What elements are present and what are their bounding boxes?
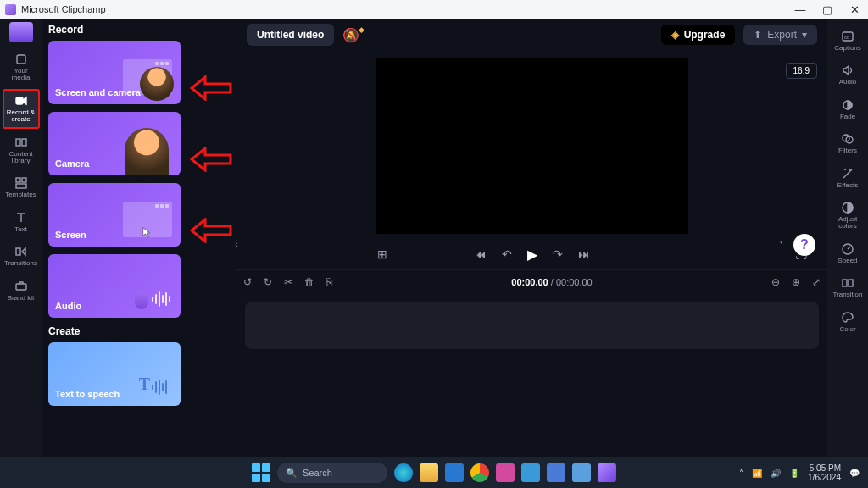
help-button[interactable]: ? xyxy=(793,234,815,256)
waveform-icon xyxy=(152,291,175,308)
top-toolbar: Untitled video 🔕◆ ◈Upgrade ⬆Export▾ xyxy=(236,19,827,51)
text-glyph-icon: T xyxy=(139,374,150,394)
battery-icon[interactable]: 🔋 xyxy=(789,469,799,478)
templates-icon xyxy=(14,176,28,190)
taskbar-clipchamp-icon[interactable] xyxy=(598,463,616,482)
taskbar-app-icon[interactable] xyxy=(496,463,515,482)
right-adjust-colors[interactable]: Adjust colors xyxy=(829,197,866,235)
search-icon: 🔍 xyxy=(286,468,298,479)
card-audio[interactable]: Audio xyxy=(48,254,181,318)
notifications-muted-icon[interactable]: 🔕◆ xyxy=(342,27,359,43)
face-avatar-icon xyxy=(125,128,169,175)
right-filters[interactable]: Filters xyxy=(829,128,866,158)
volume-icon[interactable]: 🔊 xyxy=(771,469,781,478)
taskbar-search[interactable]: 🔍Search xyxy=(277,463,387,483)
right-fade[interactable]: Fade xyxy=(829,94,866,125)
sidebar-brand-kit[interactable]: Brand kit xyxy=(3,274,40,307)
taskbar-chrome-icon[interactable] xyxy=(470,463,489,482)
skip-forward-button[interactable]: ⏭ xyxy=(578,247,590,261)
right-audio[interactable]: Audio xyxy=(829,59,866,90)
sidebar-templates-label: Templates xyxy=(5,191,36,198)
media-icon xyxy=(14,53,28,66)
sidebar-your-media[interactable]: Your media xyxy=(3,47,40,87)
play-button[interactable]: ▶ xyxy=(527,247,537,263)
chevron-down-icon: ▾ xyxy=(802,29,807,41)
start-button[interactable] xyxy=(252,463,270,482)
grid-toggle-icon[interactable]: ⊞ xyxy=(377,247,387,261)
taskbar-store-icon[interactable] xyxy=(445,463,464,482)
svg-rect-1 xyxy=(16,97,23,104)
right-color-label: Color xyxy=(839,326,855,333)
fade-icon xyxy=(841,98,854,112)
annotation-arrow-icon xyxy=(190,218,232,243)
window-title-bar: Microsoft Clipchamp — ▢ ✕ xyxy=(0,0,868,19)
collapse-panel-chevron[interactable]: ‹ xyxy=(230,237,243,251)
card-screen-and-camera[interactable]: Screen and camera xyxy=(48,41,181,104)
cut-button[interactable]: ✂ xyxy=(284,276,292,288)
card-camera[interactable]: Camera xyxy=(48,112,181,175)
annotation-arrow-icon xyxy=(190,147,232,172)
brand-kit-icon xyxy=(14,280,28,293)
cursor-icon xyxy=(142,226,153,238)
microphone-icon xyxy=(135,291,148,309)
step-forward-button[interactable]: ↷ xyxy=(553,247,563,261)
right-effects-label: Effects xyxy=(837,182,858,189)
delete-button[interactable]: 🗑 xyxy=(304,276,314,288)
sidebar-transitions[interactable]: Transitions xyxy=(3,240,40,272)
export-button[interactable]: ⬆Export▾ xyxy=(743,25,817,45)
expand-right-chevron[interactable]: ‹ xyxy=(780,237,788,247)
sidebar-record-create[interactable]: Record & create xyxy=(3,89,40,129)
upgrade-label: Upgrade xyxy=(684,29,726,41)
tray-chevron-icon[interactable]: ˄ xyxy=(739,469,743,478)
taskbar-app-icon[interactable] xyxy=(572,463,591,482)
card-text-to-speech[interactable]: T Text to speech xyxy=(48,342,181,406)
clock-time: 5:05 PM xyxy=(808,463,841,473)
sidebar-text[interactable]: Text xyxy=(3,206,40,238)
right-speed-label: Speed xyxy=(837,258,857,264)
sidebar-text-label: Text xyxy=(14,226,27,233)
adjust-icon xyxy=(841,201,854,214)
windows-taskbar: 🔍Search ˄ 📶 🔊 🔋 5:05 PM 1/6/2024 💬 xyxy=(0,458,868,488)
taskbar-edge-icon[interactable] xyxy=(394,463,413,482)
upgrade-button[interactable]: ◈Upgrade xyxy=(661,25,736,45)
step-back-button[interactable]: ↶ xyxy=(502,247,512,261)
sidebar-templates[interactable]: Templates xyxy=(3,171,40,203)
clock-date: 1/6/2024 xyxy=(808,473,841,482)
skip-back-button[interactable]: ⏮ xyxy=(475,247,487,261)
taskbar-app-icon[interactable] xyxy=(547,463,565,482)
card-screen-label: Screen xyxy=(55,230,86,240)
split-button[interactable]: ⎘ xyxy=(326,276,332,288)
taskbar-explorer-icon[interactable] xyxy=(420,463,438,482)
card-screen[interactable]: Screen xyxy=(48,183,181,247)
fit-zoom-button[interactable]: ⤢ xyxy=(812,276,821,288)
taskbar-app-icon[interactable] xyxy=(521,463,540,482)
timeline-track[interactable] xyxy=(245,302,819,349)
right-effects[interactable]: Effects xyxy=(829,163,866,193)
right-color[interactable]: Color xyxy=(829,307,866,337)
sidebar-content-library[interactable]: Content library xyxy=(3,130,40,170)
video-title-input[interactable]: Untitled video xyxy=(247,24,334,46)
minimize-button[interactable]: — xyxy=(787,3,814,16)
left-sidebar: Your media Record & create Content libra… xyxy=(0,19,42,458)
card-audio-label: Audio xyxy=(55,301,81,311)
right-captions[interactable]: ccCaptions xyxy=(829,25,866,56)
right-transition[interactable]: Transition xyxy=(829,272,866,302)
taskbar-center: 🔍Search xyxy=(252,463,616,483)
aspect-ratio-button[interactable]: 16:9 xyxy=(786,63,817,79)
zoom-out-button[interactable]: ⊖ xyxy=(771,276,780,288)
notifications-icon[interactable]: 💬 xyxy=(849,469,860,478)
brand-icon xyxy=(9,22,33,42)
right-speed[interactable]: Speed xyxy=(829,238,866,269)
undo-button[interactable]: ↺ xyxy=(243,276,252,288)
timecode: 00:00.00 / 00:00.00 xyxy=(344,277,760,287)
clock[interactable]: 5:05 PM 1/6/2024 xyxy=(808,463,841,482)
window-controls: — ▢ ✕ xyxy=(787,0,868,19)
svg-rect-0 xyxy=(17,55,25,64)
wifi-icon[interactable]: 📶 xyxy=(752,469,762,478)
close-button[interactable]: ✕ xyxy=(841,3,868,16)
timeline-area[interactable] xyxy=(236,293,827,458)
video-preview[interactable] xyxy=(376,58,688,234)
zoom-in-button[interactable]: ⊕ xyxy=(792,276,800,288)
maximize-button[interactable]: ▢ xyxy=(814,3,841,16)
redo-button[interactable]: ↻ xyxy=(264,276,272,288)
